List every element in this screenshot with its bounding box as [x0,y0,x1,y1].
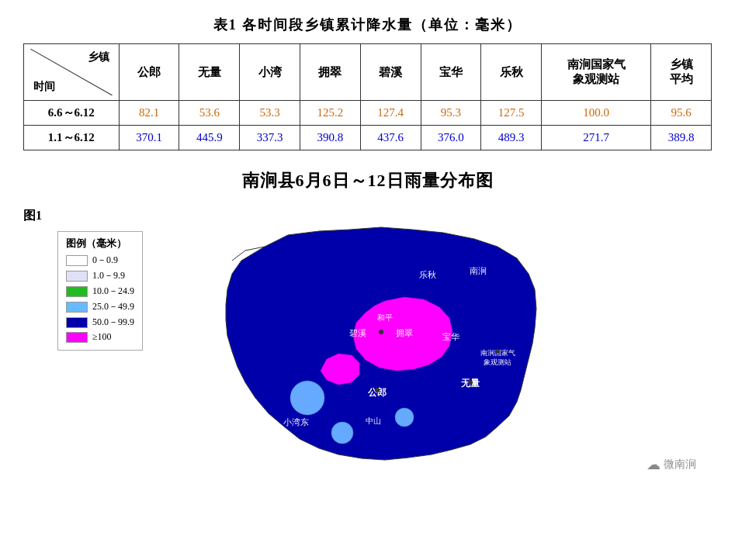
col-header-yongcui: 拥翠 [300,44,360,101]
legend-label-4: 50.0－99.9 [92,316,134,329]
cell-station-2: 271.7 [542,126,651,150]
map-svg-wrapper: 碧溪 拥翠 公郎 无量 小湾东 宝华 乐秋 南涧 和平 [50,200,712,479]
cell-station-1: 100.0 [542,101,651,126]
dot-gonglang [375,388,380,392]
data-table: 乡镇 时间 公郎 无量 小湾 拥翠 碧溪 宝华 乐秋 南涧国家气象观测站 乡镇平… [23,43,712,150]
dot-wuliang [468,380,473,385]
header-corner: 乡镇 时间 [24,44,120,101]
legend-title: 图例（毫米） [66,237,134,251]
corner-label-shijian: 时间 [33,80,55,94]
cell-avg-2: 389.8 [651,126,712,150]
cell-yongcui-1: 125.2 [300,101,360,126]
corner-label-xiang: 乡镇 [88,50,109,64]
cell-wuliang-2: 445.9 [179,126,240,150]
medium-rain-circle-3 [395,408,414,427]
col-header-leqiu: 乐秋 [481,44,542,101]
col-header-avg: 乡镇平均 [651,44,712,101]
figure-label: 图1 [23,208,42,224]
medium-rain-circle-1 [290,381,324,415]
legend-color-5 [66,332,88,343]
cell-gonglang-1: 82.1 [119,101,179,126]
map-title: 南涧县6月6日～12日雨量分布图 [23,169,712,192]
legend-color-3 [66,302,88,313]
col-header-gonglang: 公郎 [119,44,179,101]
row-label-1612: 1.1～6.12 [24,126,120,150]
label-bixi: 碧溪 [349,328,366,337]
col-header-bixi: 碧溪 [360,44,421,101]
label-xiaowan: 小湾东 [283,417,308,427]
legend-label-3: 25.0－49.9 [92,300,134,313]
col-header-station: 南涧国家气象观测站 [542,44,651,101]
legend-color-0 [66,255,88,266]
cell-avg-1: 95.6 [651,101,712,126]
table-row: 1.1～6.12 370.1 445.9 337.3 390.8 437.6 3… [24,126,712,150]
legend-item-1: 1.0－9.9 [66,269,134,282]
map-svg: 碧溪 拥翠 公郎 无量 小湾东 宝华 乐秋 南涧 和平 [164,200,598,479]
page-container: 表1 各时间段乡镇累计降水量（单位：毫米） 乡镇 时间 公郎 无量 小湾 拥翠 [0,0,735,495]
legend-item-4: 50.0－99.9 [66,316,134,329]
col-header-baohua: 宝华 [421,44,481,101]
cell-wuliang-1: 53.6 [179,101,240,126]
legend-box: 图例（毫米） 0－0.9 1.0－9.9 10.0－24.9 25.0－49.9 [57,231,143,351]
col-header-wuliang: 无量 [179,44,240,101]
legend-color-2 [66,286,88,297]
legend-label-0: 0－0.9 [92,254,118,267]
cell-xiaowan-1: 53.3 [240,101,300,126]
medium-rain-circle-2 [331,422,353,444]
col-header-xiaowan: 小湾 [240,44,300,101]
label-yongcui: 拥翠 [396,328,413,337]
dot-station [495,349,500,354]
legend-label-5: ≥100 [92,331,112,343]
dot-center [379,330,383,334]
cell-bixi-1: 127.4 [360,101,421,126]
legend-item-0: 0－0.9 [66,254,134,267]
label-leqiu: 乐秋 [419,270,436,279]
label-heping: 和平 [377,313,393,322]
cell-baohua-2: 376.0 [421,126,481,150]
legend-color-4 [66,317,88,328]
label-nanjian: 南涧 [470,266,487,275]
map-content: 图例（毫米） 0－0.9 1.0－9.9 10.0－24.9 25.0－49.9 [50,200,712,479]
watermark: ☁ 微南涧 [647,456,696,473]
table-title: 表1 各时间段乡镇累计降水量（单位：毫米） [23,16,712,34]
cell-gonglang-2: 370.1 [119,126,179,150]
cell-leqiu-2: 489.3 [481,126,542,150]
table-row: 6.6～6.12 82.1 53.6 53.3 125.2 127.4 95.3… [24,101,712,126]
row-label-6612: 6.6～6.12 [24,101,120,126]
label-baohua: 宝华 [442,332,459,341]
cell-leqiu-1: 127.5 [481,101,542,126]
label-station2: 象观测站 [484,358,511,366]
legend-item-2: 10.0－24.9 [66,285,134,298]
legend-label-1: 1.0－9.9 [92,269,125,282]
label-zhongshan: 中山 [366,417,381,425]
map-section: 图1 图例（毫米） 0－0.9 1.0－9.9 10.0－24.9 [23,200,712,479]
legend-label-2: 10.0－24.9 [92,285,134,298]
legend-color-1 [66,271,88,282]
cell-yongcui-2: 390.8 [300,126,360,150]
cell-bixi-2: 437.6 [360,126,421,150]
legend-item-3: 25.0－49.9 [66,300,134,313]
watermark-icon: ☁ [647,456,660,473]
cell-baohua-1: 95.3 [421,101,481,126]
cell-xiaowan-2: 337.3 [240,126,300,150]
watermark-text: 微南涧 [664,458,696,472]
legend-item-5: ≥100 [66,331,134,343]
